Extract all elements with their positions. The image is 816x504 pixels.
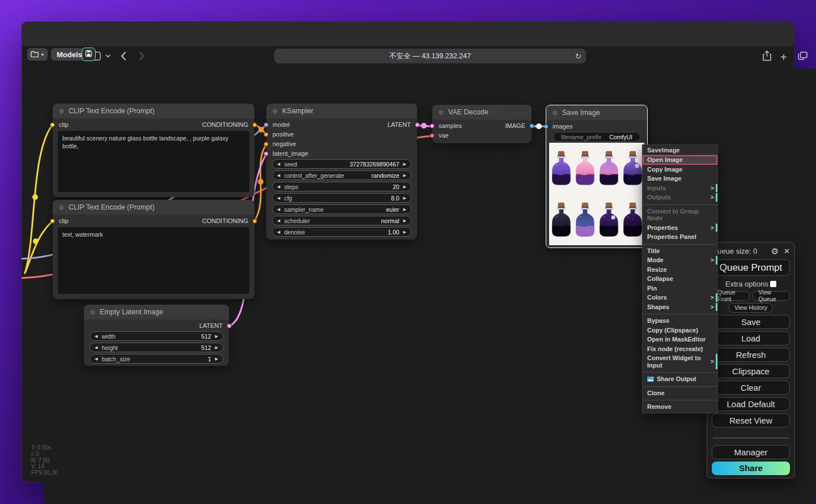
menu-item-convert-widget-to-input[interactable]: Convert Widget to Input> [643, 353, 717, 370]
widget-sampler-name[interactable]: ◀sampler_nameeuler▶ [272, 204, 411, 214]
menu-item-properties-panel[interactable]: Properties Panel [643, 232, 717, 242]
latent-image-input-slot[interactable] [264, 151, 269, 156]
save-button[interactable]: Save [712, 315, 790, 329]
collapse-dot-icon[interactable] [59, 205, 64, 210]
close-panel-icon[interactable]: ✕ [784, 247, 790, 255]
decrement-arrow-icon[interactable]: ◀ [277, 185, 280, 189]
node-clip-text-encode-positive[interactable]: CLIP Text Encode (Prompt) clip CONDITION… [53, 104, 254, 197]
increment-arrow-icon[interactable]: ▶ [215, 345, 218, 349]
node-ksampler[interactable]: KSampler model positive negative latent_… [266, 104, 417, 240]
increment-arrow-icon[interactable]: ▶ [403, 162, 406, 166]
menu-item-mode[interactable]: Mode> [643, 255, 717, 265]
collapse-dot-icon[interactable] [59, 109, 64, 114]
node-title[interactable]: KSampler [266, 104, 417, 118]
positive-input-slot[interactable] [264, 132, 269, 137]
filename-prefix-widget[interactable]: filename_prefix ComfyUI [553, 132, 640, 142]
decrement-arrow-icon[interactable]: ◀ [277, 230, 280, 234]
model-input-slot[interactable] [264, 122, 269, 127]
decrement-arrow-icon[interactable]: ◀ [277, 173, 280, 177]
menu-item-copy-image[interactable]: Copy Image [643, 165, 717, 174]
address-bar[interactable]: 不安全 — 43.139.232.247 ↻ [274, 49, 586, 63]
collapse-dot-icon[interactable] [90, 310, 95, 315]
menu-item-shapes[interactable]: Shapes> [643, 302, 717, 312]
prompt-textarea[interactable]: beautiful scenery nature glass bottle la… [58, 131, 249, 192]
node-title[interactable]: CLIP Text Encode (Prompt) [53, 200, 254, 215]
widget-denoise[interactable]: ◀denoise1.00▶ [272, 227, 411, 237]
menu-item-collapse[interactable]: Collapse [643, 274, 717, 284]
load-default-button[interactable]: Load Default [712, 397, 790, 411]
node-title[interactable]: CLIP Text Encode (Prompt) [53, 104, 254, 118]
widget-control-after-generate[interactable]: ◀control_after_generaterandomize▶ [272, 170, 411, 180]
tab-overview-icon[interactable] [798, 52, 808, 60]
menu-item-fix-node-recreate[interactable]: Fix node (recreate) [643, 344, 717, 354]
collapse-dot-icon[interactable] [273, 109, 278, 114]
menu-item-copy-clipspace[interactable]: Copy (Clipspace) [643, 326, 717, 335]
node-clip-text-encode-negative[interactable]: CLIP Text Encode (Prompt) clip CONDITION… [53, 200, 254, 299]
node-empty-latent-image[interactable]: Empty Latent Image LATENT ◀width512▶◀hei… [84, 305, 229, 366]
menu-item-properties[interactable]: Properties> [643, 223, 717, 233]
menu-item-open-in-maskeditor[interactable]: Open in MaskEditor [643, 335, 717, 344]
save-workflow-button[interactable] [82, 48, 96, 61]
clip-input-slot[interactable] [50, 219, 55, 224]
decrement-arrow-icon[interactable]: ◀ [277, 162, 280, 166]
clear-button[interactable]: Clear [712, 381, 790, 395]
forward-button[interactable] [139, 52, 144, 61]
menu-item-title[interactable]: Title [643, 246, 717, 256]
workflow-folder-button[interactable]: ▼ [27, 48, 48, 61]
negative-input-slot[interactable] [264, 142, 269, 147]
node-title[interactable]: VAE Decode [432, 105, 532, 119]
menu-item-remove[interactable]: Remove [643, 402, 717, 412]
back-button[interactable] [121, 52, 126, 61]
manager-button[interactable]: Manager [712, 445, 790, 459]
decrement-arrow-icon[interactable]: ◀ [95, 345, 97, 349]
menu-item-clone[interactable]: Clone [643, 388, 717, 398]
widget-height[interactable]: ◀height512▶ [90, 343, 223, 352]
widget-batch-size[interactable]: ◀batch_size1▶ [90, 354, 223, 364]
increment-arrow-icon[interactable]: ▶ [215, 334, 218, 338]
reset-view-button[interactable]: Reset View [712, 413, 790, 428]
menu-item-save-image[interactable]: Save Image [643, 174, 717, 183]
latent-output-slot[interactable] [227, 323, 232, 328]
reload-icon[interactable]: ↻ [575, 52, 581, 61]
view-history-button[interactable]: View History [729, 303, 773, 313]
increment-arrow-icon[interactable]: ▶ [403, 173, 406, 177]
decrement-arrow-icon[interactable]: ◀ [95, 334, 97, 338]
chevron-down-icon[interactable] [105, 54, 110, 58]
increment-arrow-icon[interactable]: ▶ [403, 207, 406, 211]
decrement-arrow-icon[interactable]: ◀ [277, 207, 280, 211]
samples-input-slot[interactable] [430, 123, 435, 129]
menu-item-bypass[interactable]: Bypass [643, 316, 717, 326]
prompt-textarea[interactable]: text, watermark [58, 227, 249, 294]
increment-arrow-icon[interactable]: ▶ [403, 219, 406, 223]
widget-cfg[interactable]: ◀cfg8.0▶ [272, 193, 411, 203]
collapse-dot-icon[interactable] [552, 110, 558, 116]
refresh-button[interactable]: Refresh [712, 348, 790, 362]
menu-item-colors[interactable]: Colors> [643, 293, 717, 302]
widget-scheduler[interactable]: ◀schedulernormal▶ [272, 216, 411, 225]
node-vae-decode[interactable]: VAE Decode samples vae IMAGE [432, 105, 532, 143]
new-tab-icon[interactable]: + [780, 51, 787, 64]
image-output-slot[interactable] [529, 123, 534, 129]
vae-input-slot[interactable] [430, 133, 435, 138]
queue-prompt-button[interactable]: Queue Prompt [712, 259, 790, 276]
share-button[interactable]: Share [712, 462, 790, 475]
decrement-arrow-icon[interactable]: ◀ [277, 219, 280, 223]
share-icon[interactable] [763, 50, 771, 61]
conditioning-output-slot[interactable] [252, 122, 257, 127]
node-save-image[interactable]: Save Image images filename_prefix ComfyU… [546, 105, 648, 248]
view-queue-button[interactable]: View Queue [753, 291, 790, 301]
menu-item-share-output[interactable]: Share Output [643, 374, 717, 384]
settings-gear-icon[interactable]: ⚙ [771, 246, 779, 257]
load-button[interactable]: Load [712, 331, 790, 345]
widget-seed[interactable]: ◀seed372783269890467▶ [272, 159, 411, 169]
widget-width[interactable]: ◀width512▶ [90, 331, 223, 341]
conditioning-output-slot[interactable] [252, 219, 257, 224]
menu-item-open-image[interactable]: Open Image [643, 155, 717, 165]
collapse-dot-icon[interactable] [439, 110, 444, 115]
extra-options-checkbox[interactable] [770, 281, 776, 287]
increment-arrow-icon[interactable]: ▶ [403, 230, 406, 234]
increment-arrow-icon[interactable]: ▶ [403, 196, 406, 200]
decrement-arrow-icon[interactable]: ◀ [95, 357, 97, 361]
menu-item-pin[interactable]: Pin [643, 284, 717, 293]
increment-arrow-icon[interactable]: ▶ [403, 185, 406, 189]
